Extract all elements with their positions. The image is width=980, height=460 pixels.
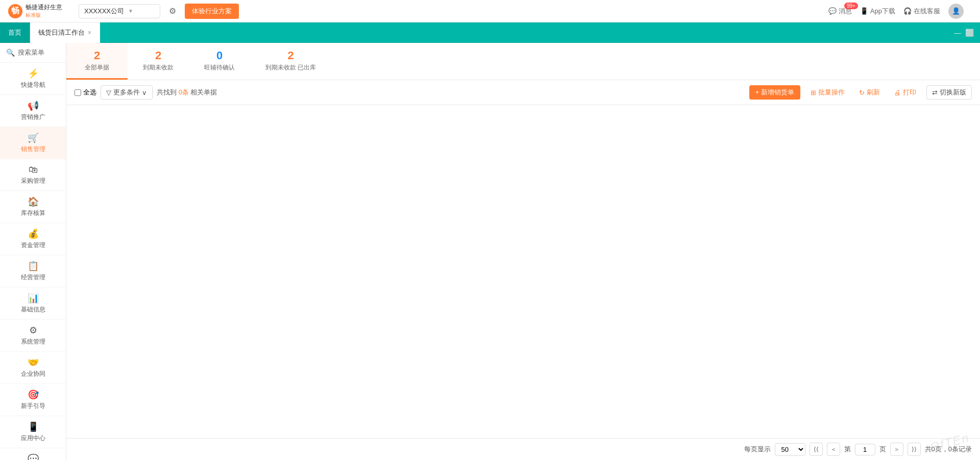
online-service-icon: 🎧: [903, 7, 912, 15]
found-text: 共找到 0条 相关单据: [157, 88, 217, 97]
sidebar-item-label: 基础信息: [21, 305, 45, 314]
batch-icon: ⊞: [811, 89, 816, 96]
stat-num-overdue: 2: [155, 49, 161, 62]
message-item[interactable]: 💬 消息 99+: [828, 7, 852, 16]
sidebar-item-marketing[interactable]: 📢 营销推广: [0, 95, 66, 127]
refresh-label: 刷新: [867, 88, 880, 97]
select-all-input[interactable]: [75, 89, 81, 96]
sidebar-item-label: 经营管理: [21, 273, 45, 282]
sidebar-item-basic-info[interactable]: 📊 基础信息: [0, 287, 66, 320]
stat-tab-wangwang[interactable]: 0 旺辅待确认: [189, 43, 250, 80]
logo-text: 畅捷通好生意 标准版: [26, 4, 62, 18]
switch-version-button[interactable]: ⇄ 切换新版: [926, 85, 972, 100]
sidebar-item-sales[interactable]: 🛒 销售管理: [0, 127, 66, 159]
sidebar-search[interactable]: 🔍 搜索菜单: [0, 43, 66, 63]
refresh-icon: ↻: [859, 89, 865, 96]
tab-active-label: 钱货日清工作台: [38, 28, 85, 37]
page-prev-button[interactable]: ＜: [827, 443, 840, 456]
sidebar-item-label: 营销推广: [21, 113, 45, 122]
stat-tab-overdue[interactable]: 2 到期未收款: [128, 43, 189, 80]
wechat-icon: 💬: [28, 453, 39, 460]
message-icon: 💬: [828, 7, 837, 15]
print-label: 打印: [903, 88, 916, 97]
filter-label: 更多条件: [113, 88, 140, 97]
settings-icon-btn[interactable]: ⚙: [164, 3, 181, 19]
sidebar-item-label: 销售管理: [21, 145, 45, 154]
logo-area: 畅 畅捷通好生意 标准版: [8, 4, 75, 18]
filter-dropdown-icon: ∨: [142, 89, 147, 96]
select-all-checkbox[interactable]: 全选: [75, 88, 96, 97]
marketing-icon: 📢: [28, 100, 39, 111]
sidebar-item-label: 快捷导航: [21, 81, 45, 89]
experience-button[interactable]: 体验行业方案: [185, 4, 239, 19]
batch-operation-button[interactable]: ⊞ 批量操作: [806, 86, 849, 99]
switch-icon: ⇄: [932, 89, 938, 96]
per-page-label: 每页显示: [744, 445, 771, 454]
empty-state: [66, 105, 980, 309]
page-next-button[interactable]: ＞: [890, 443, 903, 456]
per-page-select[interactable]: 50 20 100: [775, 443, 805, 456]
finance-icon: 💰: [28, 228, 39, 239]
sidebar-item-system[interactable]: ⚙ 系统管理: [0, 320, 66, 352]
header-right: 💬 消息 99+ 📱 App下载 🎧 在线客服 👤: [828, 4, 972, 19]
logo-title: 畅捷通好生意: [26, 4, 62, 12]
refresh-button[interactable]: ↻ 刷新: [855, 86, 884, 99]
select-all-label: 全选: [83, 88, 96, 97]
main-layout: 🔍 搜索菜单 ⚡ 快捷导航 📢 营销推广 🛒 销售管理 🛍 采购管理 🏠 库存核…: [0, 43, 980, 460]
app-center-icon: 📱: [28, 421, 39, 432]
tab-bar: 首页 钱货日清工作台 × — ⬜: [0, 22, 980, 43]
page-label: 第: [844, 445, 851, 454]
stats-tabs: 2 全部单据 2 到期未收款 0 旺辅待确认 2 到期未收款 已出库: [66, 43, 980, 80]
sales-icon: 🛒: [28, 132, 39, 143]
logo-subtitle: 标准版: [26, 12, 62, 18]
add-sales-order-button[interactable]: + 新增销货单: [749, 85, 800, 100]
sidebar-item-wechat[interactable]: 💬 企业微信: [0, 448, 66, 460]
operations-icon: 📋: [28, 260, 39, 272]
page-suffix: 页: [879, 445, 886, 454]
system-icon: ⚙: [29, 325, 37, 336]
print-icon: 🖨: [894, 89, 901, 96]
sidebar-item-inventory[interactable]: 🏠 库存核算: [0, 191, 66, 223]
stat-num-overdue-shipped: 2: [288, 49, 294, 62]
tab-home[interactable]: 首页: [0, 22, 30, 43]
sidebar-item-finance[interactable]: 💰 资金管理: [0, 223, 66, 255]
print-button[interactable]: 🖨 打印: [890, 86, 920, 99]
sidebar-item-operations[interactable]: 📋 经营管理: [0, 255, 66, 287]
sidebar-item-label: 采购管理: [21, 177, 45, 185]
sidebar-item-label: 应用中心: [21, 434, 45, 443]
page-first-button[interactable]: ⟨⟨: [810, 443, 823, 456]
sidebar-item-guide[interactable]: 🎯 新手引导: [0, 384, 66, 416]
message-badge: 99+: [844, 3, 858, 9]
tab-active[interactable]: 钱货日清工作台 ×: [30, 22, 100, 43]
found-suffix: 相关单据: [190, 88, 217, 96]
online-service-label: 在线客服: [914, 7, 940, 16]
online-service-item[interactable]: 🎧 在线客服: [903, 7, 940, 16]
company-dropdown-arrow: ▼: [128, 8, 133, 14]
company-selector[interactable]: XXXXXX公司 ▼: [79, 4, 160, 18]
page-number-input[interactable]: [855, 444, 875, 455]
stat-tab-overdue-shipped[interactable]: 2 到期未收款 已出库: [250, 43, 331, 80]
filter-icon: ▽: [106, 89, 111, 96]
tab-close-icon[interactable]: ×: [88, 29, 91, 36]
stat-tab-all[interactable]: 2 全部单据: [66, 43, 128, 80]
guide-icon: 🎯: [28, 389, 39, 400]
window-minimize-icon[interactable]: —: [954, 29, 961, 37]
filter-button[interactable]: ▽ 更多条件 ∨: [101, 85, 153, 100]
enterprise-icon: 🤝: [28, 357, 39, 368]
sidebar-item-quick-nav[interactable]: ⚡ 快捷导航: [0, 63, 66, 95]
app-download-item[interactable]: 📱 App下载: [860, 7, 895, 16]
stat-label-overdue: 到期未收款: [143, 63, 174, 72]
sidebar-item-enterprise[interactable]: 🤝 企业协同: [0, 352, 66, 384]
app-download-icon: 📱: [860, 7, 868, 15]
found-count: 0条: [179, 88, 189, 96]
top-header: 畅 畅捷通好生意 标准版 XXXXXX公司 ▼ ⚙ 体验行业方案 💬 消息 99…: [0, 0, 980, 22]
switch-label: 切换新版: [940, 88, 966, 97]
page-last-button[interactable]: ⟩⟩: [908, 443, 921, 456]
sidebar-item-app-center[interactable]: 📱 应用中心: [0, 416, 66, 448]
window-maximize-icon[interactable]: ⬜: [965, 29, 974, 37]
avatar[interactable]: 👤: [948, 4, 964, 19]
app-download-label: App下载: [870, 7, 895, 16]
sidebar-item-purchase[interactable]: 🛍 采购管理: [0, 159, 66, 191]
sidebar-search-label: 搜索菜单: [18, 48, 44, 57]
batch-label: 批量操作: [818, 88, 845, 97]
